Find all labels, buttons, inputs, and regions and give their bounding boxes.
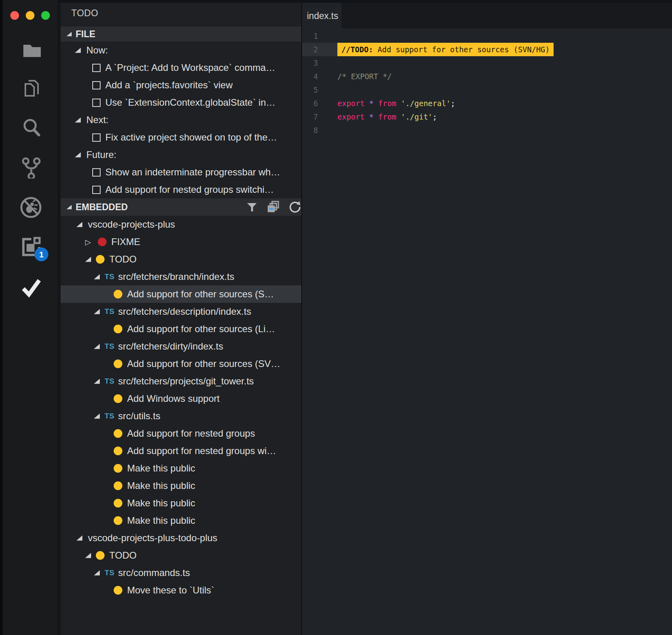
checkbox-icon[interactable] (92, 168, 101, 177)
twistie-expanded-icon[interactable] (94, 570, 100, 576)
tree-row-label: Now: (86, 45, 108, 56)
tree-row-label: FIXME (111, 236, 140, 247)
tree-row-label: Use `ExtensionContext.globalState` in… (105, 97, 276, 108)
folder-explorer-icon[interactable] (20, 38, 42, 61)
tree-row-check[interactable]: Add a `projects.favorites` view (61, 76, 302, 94)
twistie-collapsed-icon[interactable]: ▷ (85, 238, 93, 246)
checkbox-icon[interactable] (92, 81, 101, 89)
code-line[interactable]: 6export * from './general'; (302, 97, 672, 110)
code-token: from (378, 112, 396, 121)
debug-disabled-icon[interactable] (20, 196, 42, 219)
twistie-expanded-icon[interactable] (94, 344, 100, 349)
tree-row-group[interactable]: Future: (61, 146, 302, 164)
tree-row-todo[interactable]: Make this public (61, 512, 302, 529)
code-line[interactable]: 1 (302, 29, 672, 43)
tree-row-tag[interactable]: TODO (61, 251, 302, 268)
code-line[interactable]: 8 (302, 124, 672, 137)
zoom-button[interactable] (41, 11, 50, 20)
tree-row-file[interactable]: TSsrc/commands.ts (61, 564, 302, 582)
twistie-expanded-icon[interactable] (85, 553, 91, 558)
twistie-expanded-icon[interactable] (76, 536, 82, 541)
yellow-dot-icon (114, 464, 122, 473)
collapse-all-icon[interactable] (267, 201, 280, 213)
tree-row-label: Add support for nested groups switchi… (105, 184, 274, 195)
tree-row-todo[interactable]: Add support for other sources (S… (61, 285, 302, 303)
tree-row-group[interactable]: Now: (61, 42, 302, 59)
yellow-dot-icon (114, 499, 122, 508)
yellow-dot-icon (114, 394, 122, 403)
twistie-expanded-icon[interactable] (85, 257, 91, 262)
code-line-text: /* EXPORT */ (337, 70, 392, 83)
tree-row-label: Add support for other sources (SV… (127, 358, 280, 369)
file-section-rows: Now:A `Project: Add to Workspace` comma…… (61, 42, 302, 198)
code-token (374, 99, 378, 108)
tree-row-check[interactable]: Fix active project showed on top of the… (61, 129, 302, 146)
tree-row-todo[interactable]: Make this public (61, 477, 302, 494)
checkbox-icon[interactable] (92, 64, 101, 72)
tree-row-todo[interactable]: Add support for other sources (Li… (61, 320, 302, 338)
twistie-expanded-icon[interactable] (94, 274, 100, 279)
refresh-icon[interactable] (289, 201, 301, 213)
source-control-icon[interactable] (20, 156, 42, 179)
tree-row-root[interactable]: vscode-projects-plus-todo-plus (61, 529, 302, 547)
section-embedded-twistie-icon (67, 205, 72, 209)
twistie-expanded-icon[interactable] (94, 309, 100, 314)
tree-row-label: TODO (109, 550, 137, 561)
tab-strip: index.ts (302, 3, 672, 29)
twistie-expanded-icon[interactable] (94, 379, 100, 384)
tree-row-todo[interactable]: Make this public (61, 460, 302, 477)
twistie-expanded-icon[interactable] (75, 118, 81, 123)
checkbox-icon[interactable] (92, 99, 101, 107)
tree-row-file[interactable]: TSsrc/fetchers/branch/index.ts (61, 268, 302, 285)
twistie-expanded-icon[interactable] (75, 48, 81, 53)
extensions-icon[interactable]: 1 (20, 235, 42, 257)
line-number: 7 (302, 110, 337, 124)
code-area[interactable]: 12//TODO: Add support for other sources … (302, 29, 672, 137)
files-copy-icon[interactable] (20, 77, 42, 99)
section-header-file[interactable]: FILE (61, 27, 302, 42)
tree-row-group[interactable]: Next: (61, 111, 302, 129)
todo-check-icon[interactable] (20, 276, 42, 298)
tree-row-root[interactable]: vscode-projects-plus (61, 216, 302, 233)
tree-row-label: src/utils.ts (118, 411, 160, 422)
section-header-embedded[interactable]: EMBEDDED (61, 198, 302, 216)
minimize-button[interactable] (26, 11, 34, 20)
filter-icon[interactable] (246, 201, 258, 213)
code-line[interactable]: 7export * from './git'; (302, 110, 672, 124)
code-token (365, 99, 369, 108)
twistie-expanded-icon[interactable] (75, 152, 81, 158)
tree-row-label: Future: (86, 149, 116, 160)
code-line[interactable]: 5 (302, 83, 672, 97)
tree-row-file[interactable]: TSsrc/fetchers/dirty/index.ts (61, 338, 302, 355)
tree-row-tag[interactable]: TODO (61, 547, 302, 564)
code-token: * (369, 112, 373, 121)
tree-row-check[interactable]: Show an indeterminate progressbar wh… (61, 164, 302, 181)
tree-row-check[interactable]: A `Project: Add to Workspace` comma… (61, 59, 302, 76)
close-button[interactable] (10, 11, 19, 20)
code-line-text: //TODO: Add support for other sources (S… (337, 43, 554, 56)
code-line[interactable]: 3 (302, 56, 672, 70)
tree-row-file[interactable]: TSsrc/fetchers/description/index.ts (61, 303, 302, 320)
tree-row-tag[interactable]: ▷FIXME (61, 233, 302, 251)
search-icon[interactable] (20, 116, 42, 139)
tree-row-todo[interactable]: Add support for nested groups (61, 425, 302, 442)
tree-row-check[interactable]: Add support for nested groups switchi… (61, 181, 302, 198)
tree-row-file[interactable]: TSsrc/fetchers/projects/git_tower.ts (61, 373, 302, 390)
tree-row-todo[interactable]: Add support for other sources (SV… (61, 355, 302, 373)
line-number: 2 (302, 43, 337, 56)
twistie-expanded-icon[interactable] (76, 222, 82, 227)
checkbox-icon[interactable] (92, 133, 101, 142)
tree-row-check[interactable]: Use `ExtensionContext.globalState` in… (61, 94, 302, 111)
twistie-expanded-icon[interactable] (94, 414, 100, 419)
tree-row-todo[interactable]: Make this public (61, 494, 302, 512)
tree-row-todo[interactable]: Move these to `Utils` (61, 582, 302, 599)
tab-index-ts[interactable]: index.ts (302, 3, 341, 29)
code-token: Add support for other sources (SVN/HG) (373, 45, 550, 54)
tree-row-todo[interactable]: Add Windows support (61, 390, 302, 407)
code-line[interactable]: 2//TODO: Add support for other sources (… (302, 43, 672, 56)
code-token (396, 99, 401, 108)
tree-row-todo[interactable]: Add support for nested groups wi… (61, 442, 302, 460)
checkbox-icon[interactable] (92, 186, 101, 194)
tree-row-file[interactable]: TSsrc/utils.ts (61, 407, 302, 425)
code-line[interactable]: 4/* EXPORT */ (302, 70, 672, 83)
